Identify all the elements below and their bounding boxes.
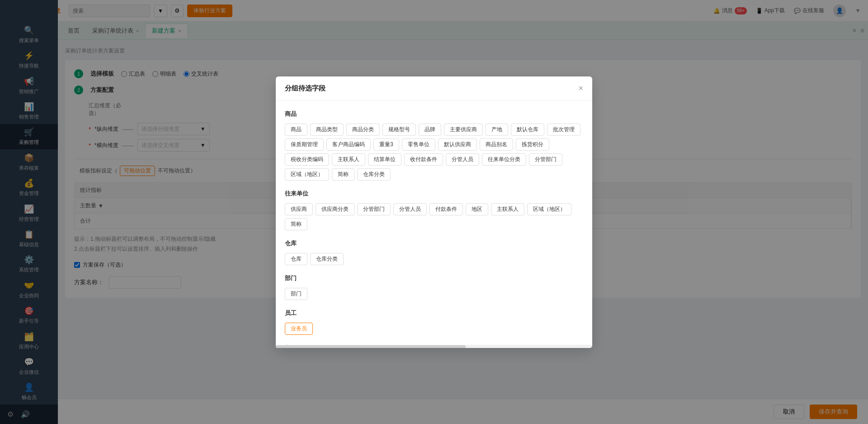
modal-tag[interactable]: 品牌 [419,124,441,136]
modal-tag[interactable]: 商品类型 [310,124,344,136]
modal-section-dept-title: 部门 [285,274,583,282]
modal-tag[interactable]: 区域（地区） [527,203,571,215]
modal-tag[interactable]: 地区 [466,203,488,215]
modal-tags-employee: 业务员 [285,323,583,335]
modal-tags-warehouse: 仓库 仓库分类 [285,253,583,265]
modal-tag[interactable]: 规格型号 [382,124,416,136]
modal-tag[interactable]: 批次管理 [547,124,580,136]
modal-section-warehouse-title: 仓库 [285,239,583,248]
modal-tag[interactable]: 客户商品编码 [326,138,371,151]
modal-tag[interactable]: 保质期管理 [285,138,324,151]
modal-tag[interactable]: 主要供应商 [444,124,483,136]
modal-tag[interactable]: 商品别名 [480,138,513,151]
modal-tag[interactable]: 仓库 [285,253,307,265]
modal-tags-partner: 供应商 供应商分类 分管部门 分管人员 付款条件 地区 主联系人 区域（地区） … [285,203,583,230]
modal-tags-product: 商品 商品类型 商品分类 规格型号 品牌 主要供应商 产地 默认仓库 批次管理 … [285,124,583,181]
modal-tag[interactable]: 收付款条件 [404,153,443,166]
modal-tag-salesperson[interactable]: 业务员 [285,323,313,335]
modal-tag[interactable]: 结算单位 [368,153,401,166]
modal-header: 分组待选字段 × [276,76,592,101]
modal-section-warehouse: 仓库 仓库 仓库分类 [285,239,583,265]
modal-tag[interactable]: 默认仓库 [511,124,544,136]
modal-bottom-scrollbar[interactable] [276,345,592,348]
modal: 分组待选字段 × 商品 商品 商品类型 商品分类 规格型号 品牌 主要供应商 产… [276,76,592,348]
modal-tag[interactable]: 分管人员 [446,153,479,166]
modal-tag[interactable]: 供应商分类 [316,203,354,215]
modal-section-partner: 往来单位 供应商 供应商分类 分管部门 分管人员 付款条件 地区 主联系人 区域… [285,190,583,230]
modal-tag[interactable]: 拣货积分 [516,138,549,151]
modal-tag[interactable]: 主联系人 [491,203,524,215]
modal-tag[interactable]: 商品 [285,124,307,136]
modal-tag[interactable]: 商品分类 [346,124,380,136]
modal-tag[interactable]: 产地 [486,124,508,136]
modal-tag[interactable]: 往来单位分类 [482,153,526,166]
modal-section-employee: 员工 业务员 [285,309,583,335]
modal-tag[interactable]: 重量3 [373,138,399,151]
modal-section-product: 商品 商品 商品类型 商品分类 规格型号 品牌 主要供应商 产地 默认仓库 批次… [285,110,583,181]
modal-body: 商品 商品 商品类型 商品分类 规格型号 品牌 主要供应商 产地 默认仓库 批次… [276,101,592,345]
modal-tag[interactable]: 默认供应商 [438,138,477,151]
modal-tag[interactable]: 简称 [285,218,307,230]
modal-tags-dept: 部门 [285,288,583,300]
modal-tag[interactable]: 税收分类编码 [285,153,329,166]
modal-tag[interactable]: 零售单位 [402,138,435,151]
modal-tag[interactable]: 区域（地区） [285,168,329,181]
modal-tag[interactable]: 付款条件 [429,203,463,215]
modal-tag[interactable]: 分管人员 [393,203,427,215]
modal-section-employee-title: 员工 [285,309,583,317]
modal-bottom-scrollbar-thumb [276,345,466,348]
modal-tag[interactable]: 简称 [332,168,354,181]
modal-tag[interactable]: 仓库分类 [357,168,391,181]
modal-title: 分组待选字段 [285,84,326,93]
modal-section-product-title: 商品 [285,110,583,118]
modal-tag[interactable]: 部门 [285,288,307,300]
modal-tag[interactable]: 仓库分类 [310,253,344,265]
modal-tag[interactable]: 分管部门 [357,203,391,215]
modal-tag[interactable]: 主联系人 [332,153,365,166]
modal-section-partner-title: 往来单位 [285,190,583,198]
modal-tag[interactable]: 分管部门 [529,153,562,166]
modal-tag[interactable]: 供应商 [285,203,313,215]
modal-overlay[interactable]: 分组待选字段 × 商品 商品 商品类型 商品分类 规格型号 品牌 主要供应商 产… [0,0,868,424]
modal-close-button[interactable]: × [578,84,583,93]
modal-section-dept: 部门 部门 [285,274,583,300]
